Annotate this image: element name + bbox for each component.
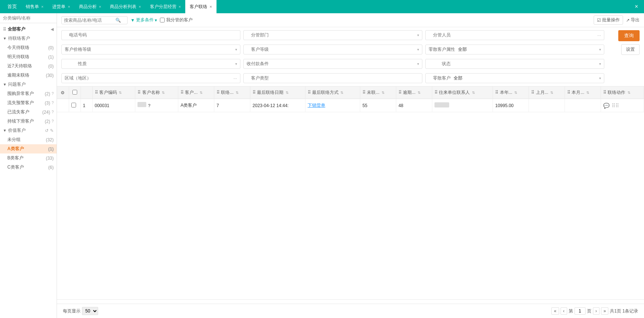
help-lost-icon[interactable]: ? (51, 110, 54, 114)
query-button[interactable]: 查询 (618, 30, 640, 41)
person-input[interactable] (454, 33, 597, 38)
th-customer-category[interactable]: ⠿ 客户... ⇅ (178, 86, 214, 99)
my-customers-filter[interactable]: 我分管的客户 (160, 17, 193, 23)
close-sales-tab[interactable]: × (41, 4, 43, 9)
first-page-button[interactable]: « (551, 307, 559, 315)
close-purchase-tab[interactable]: × (68, 4, 70, 9)
help-declining-icon[interactable]: ? (51, 119, 54, 123)
row-checkbox[interactable] (71, 103, 76, 107)
sidebar-item-c-class[interactable]: C类客户 (6) (0, 163, 57, 172)
sidebar-item-overdue[interactable]: 逾期未联络 (30) (0, 71, 57, 80)
last-method-link[interactable]: 下销货单 (308, 103, 325, 108)
th-contact-count[interactable]: ⠿ 联络... ⇅ (214, 86, 250, 99)
my-customers-checkbox[interactable] (160, 18, 165, 22)
customer-type-input[interactable] (272, 76, 419, 81)
nav-product-analysis[interactable]: 商品分析 × (75, 0, 105, 13)
price-level-dropdown-icon[interactable]: ▾ (235, 47, 237, 52)
nature-dropdown-icon[interactable]: ▾ (235, 62, 237, 66)
customer-level-input[interactable] (272, 47, 417, 52)
td-checkbox[interactable] (69, 99, 80, 112)
table-row: 1 000031 ？ A类客户 7 2023-04-12 14:44: 下销货单… (57, 99, 644, 112)
customer-type-field: 客户类型 (243, 73, 422, 83)
sidebar-group-value[interactable]: ▼ 价值客户 ↺ ✎ (0, 126, 57, 135)
horizontal-scrollbar[interactable] (57, 299, 644, 304)
close-customer-segment-tab[interactable]: × (179, 4, 181, 9)
search-icon[interactable]: 🔍 (115, 18, 121, 23)
nav-customer-contact[interactable]: 客户联络 × (185, 0, 216, 13)
dept-input[interactable] (272, 33, 417, 38)
th-checkbox[interactable] (69, 86, 80, 99)
th-unit-contact[interactable]: ⠿ 往来单位联系人 ⇅ (432, 86, 493, 99)
customer-level-dropdown-icon[interactable]: ▾ (417, 47, 419, 52)
sidebar-item-a-class[interactable]: A类客户 (1) (0, 144, 57, 153)
search-input[interactable] (64, 18, 115, 23)
payment-input[interactable] (272, 61, 417, 67)
edit-icon[interactable]: ✎ (50, 128, 54, 133)
prev-page-button[interactable]: ‹ (561, 307, 567, 315)
sidebar-group-pending[interactable]: ▼ 待联络客户 (0, 34, 57, 43)
price-level-input[interactable] (94, 47, 235, 52)
next-page-button[interactable]: › (593, 307, 600, 315)
payment-dropdown-icon[interactable]: ▾ (417, 62, 419, 66)
close-customer-contact-tab[interactable]: × (210, 4, 212, 9)
sidebar-item-lost[interactable]: 已流失客户 (24) ? (0, 107, 57, 117)
sidebar-item-b-class[interactable]: B类客户 (33) (0, 153, 57, 163)
last-page-button[interactable]: » (601, 307, 609, 315)
th-last-date[interactable]: ⠿ 最后联络日期 ⇅ (250, 86, 305, 99)
sidebar-item-declining[interactable]: 持续下滑客户 (2) ? (0, 117, 57, 126)
sidebar-item-today-pending[interactable]: 今天待联络 (0) (0, 43, 57, 52)
per-page-select[interactable]: 50 (82, 307, 98, 315)
nav-purchase[interactable]: 进货单 × (48, 0, 74, 13)
th-this-month[interactable]: ⠿ 本月... ⇅ (565, 86, 601, 99)
td-last-method[interactable]: 下销货单 (305, 99, 360, 112)
th-no-contact[interactable]: ⠿ 未联... ⇅ (360, 86, 396, 99)
close-product-analysis-tab[interactable]: × (99, 4, 101, 9)
nav-product-analysis-list[interactable]: 商品分析列表 × (105, 0, 145, 13)
sidebar-search-input[interactable] (3, 15, 57, 21)
nature-input[interactable] (90, 61, 235, 67)
close-all-tabs[interactable]: × (632, 3, 641, 10)
more-conditions[interactable]: ▼ 更多条件 ▾ (130, 17, 157, 23)
th-action[interactable]: ⠿ 联络动作 ⇅ (601, 86, 644, 99)
status-dropdown-icon[interactable]: ▾ (599, 62, 601, 66)
help-hoarding-icon[interactable]: ? (51, 92, 54, 96)
page-number-input[interactable] (575, 307, 586, 315)
qr-action-icon[interactable]: ⠿⠿ (612, 103, 619, 109)
area-more-icon[interactable]: ··· (233, 76, 237, 81)
retail-customer-dropdown-icon[interactable]: ▾ (599, 76, 601, 80)
th-customer-name[interactable]: ⠿ 客户名称 ⇅ (135, 86, 178, 99)
sidebar-item-hoarding[interactable]: 囤购异常客户 (2) ? (0, 89, 57, 98)
sidebar-item-tomorrow-pending[interactable]: 明天待联络 (1) (0, 52, 57, 61)
refresh-icon[interactable]: ↺ (45, 128, 49, 133)
retail-customer-field: 零散客户 全部 ▾ (425, 73, 604, 83)
th-last-month[interactable]: ⠿ 上月... ⇅ (529, 86, 565, 99)
select-all-checkbox[interactable] (72, 90, 77, 95)
retail-attr-dropdown-icon[interactable]: ▾ (599, 47, 601, 52)
dept-dropdown-icon[interactable]: ▾ (417, 33, 419, 37)
th-year-amount[interactable]: ⠿ 本年... ⇅ (493, 86, 529, 99)
close-product-analysis-list-tab[interactable]: × (139, 4, 141, 9)
export-button[interactable]: ↗ 导出 (626, 17, 640, 23)
sidebar-all-customers[interactable]: ⠿ 全部客户 ◀ (0, 23, 57, 34)
nav-home[interactable]: 首页 (3, 0, 21, 13)
area-input[interactable] (94, 76, 233, 81)
sidebar-group-problem[interactable]: ▼ 问题客户 (0, 80, 57, 89)
chat-action-icon[interactable]: 💬 (603, 103, 609, 109)
status-input[interactable] (454, 61, 599, 67)
collapse-icon[interactable]: ◀ (51, 27, 54, 31)
sidebar-item-lost-warning[interactable]: 流失预警客户 (3) ? (0, 98, 57, 107)
person-more-icon[interactable]: ··· (597, 33, 601, 38)
sidebar-item-ungrouped[interactable]: 未分组 (32) (0, 135, 57, 144)
th-settings[interactable]: ⚙ (57, 86, 69, 99)
nav-sales[interactable]: 销售单 × (21, 0, 48, 13)
th-customer-code[interactable]: ⠿ 客户编码 ⇅ (92, 86, 135, 99)
phone-input[interactable] (90, 33, 237, 38)
th-overdue[interactable]: ⠿ 逾期... ⇅ (396, 86, 432, 99)
sidebar-item-7days-pending[interactable]: 近7天待联络 (0) (0, 61, 57, 71)
batch-operation-button[interactable]: ☑ 批量操作 (594, 15, 623, 25)
nav-customer-segment[interactable]: 客户分层经营 × (146, 0, 185, 13)
th-last-method[interactable]: ⠿ 最后联络方式 ⇅ (305, 86, 360, 99)
sort-cat-icon: ⇅ (200, 91, 203, 95)
help-lost-warning-icon[interactable]: ? (51, 101, 54, 105)
settings-button[interactable]: 设置 (621, 44, 640, 55)
